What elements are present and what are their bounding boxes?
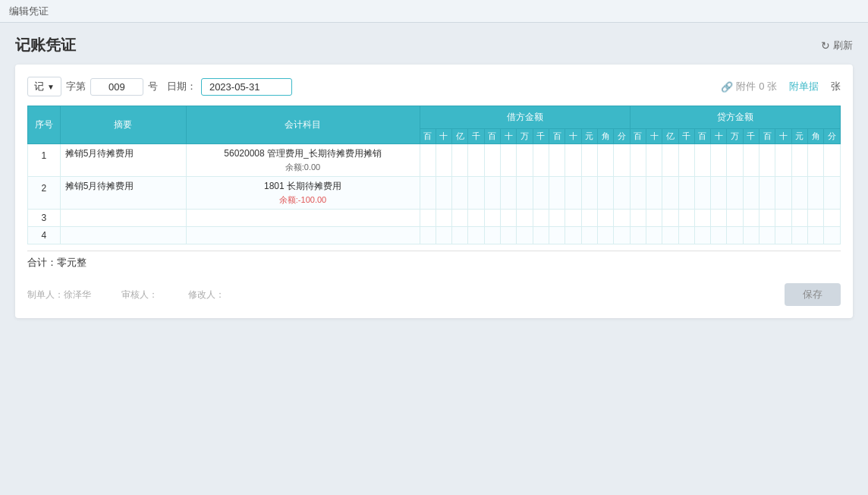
- account-cell[interactable]: 56020008 管理费用_长期待摊费用摊销余额:0.00: [186, 144, 420, 177]
- debit-amount-cell[interactable]: [533, 177, 549, 210]
- credit-amount-cell[interactable]: [743, 227, 759, 244]
- credit-amount-cell[interactable]: [662, 144, 678, 177]
- debit-amount-cell[interactable]: [452, 227, 468, 244]
- credit-amount-cell[interactable]: [824, 144, 841, 177]
- credit-amount-cell[interactable]: [743, 177, 759, 210]
- credit-amount-cell[interactable]: [662, 210, 678, 227]
- credit-amount-cell[interactable]: [824, 210, 841, 227]
- credit-amount-cell[interactable]: [662, 227, 678, 244]
- debit-amount-cell[interactable]: [420, 210, 436, 227]
- credit-amount-cell[interactable]: [727, 177, 743, 210]
- credit-amount-cell[interactable]: [743, 144, 759, 177]
- debit-amount-cell[interactable]: [533, 144, 549, 177]
- credit-amount-cell[interactable]: [760, 210, 775, 227]
- credit-amount-cell[interactable]: [646, 177, 662, 210]
- debit-amount-cell[interactable]: [614, 210, 630, 227]
- debit-amount-cell[interactable]: [420, 177, 436, 210]
- abstract-cell[interactable]: 摊销5月待摊费用: [60, 144, 186, 177]
- debit-amount-cell[interactable]: [565, 177, 581, 210]
- debit-amount-cell[interactable]: [468, 144, 484, 177]
- credit-amount-cell[interactable]: [808, 227, 824, 244]
- credit-amount-cell[interactable]: [711, 227, 727, 244]
- credit-amount-cell[interactable]: [711, 177, 727, 210]
- credit-amount-cell[interactable]: [760, 144, 775, 177]
- credit-amount-cell[interactable]: [678, 177, 694, 210]
- credit-amount-cell[interactable]: [824, 177, 841, 210]
- credit-amount-cell[interactable]: [646, 210, 662, 227]
- abstract-cell[interactable]: [60, 227, 186, 244]
- debit-amount-cell[interactable]: [484, 210, 500, 227]
- debit-amount-cell[interactable]: [614, 144, 630, 177]
- credit-amount-cell[interactable]: [775, 144, 791, 177]
- debit-amount-cell[interactable]: [597, 210, 613, 227]
- debit-amount-cell[interactable]: [501, 210, 517, 227]
- credit-amount-cell[interactable]: [727, 210, 743, 227]
- debit-amount-cell[interactable]: [436, 144, 451, 177]
- debit-amount-cell[interactable]: [597, 227, 613, 244]
- credit-amount-cell[interactable]: [775, 210, 791, 227]
- prefix-select[interactable]: 记 ▼: [27, 77, 61, 96]
- credit-amount-cell[interactable]: [630, 210, 646, 227]
- debit-amount-cell[interactable]: [614, 177, 630, 210]
- credit-amount-cell[interactable]: [775, 177, 791, 210]
- credit-amount-cell[interactable]: [630, 144, 646, 177]
- debit-amount-cell[interactable]: [597, 144, 613, 177]
- credit-amount-cell[interactable]: [775, 227, 791, 244]
- credit-amount-cell[interactable]: [694, 210, 710, 227]
- debit-amount-cell[interactable]: [581, 227, 597, 244]
- debit-amount-cell[interactable]: [436, 177, 451, 210]
- credit-amount-cell[interactable]: [808, 210, 824, 227]
- attachment-link[interactable]: 🔗 附件 0 张: [721, 80, 777, 93]
- debit-amount-cell[interactable]: [549, 227, 565, 244]
- debit-amount-cell[interactable]: [549, 177, 565, 210]
- abstract-cell[interactable]: [60, 210, 186, 227]
- credit-amount-cell[interactable]: [760, 227, 775, 244]
- debit-amount-cell[interactable]: [468, 227, 484, 244]
- save-button[interactable]: 保存: [785, 283, 841, 306]
- credit-amount-cell[interactable]: [760, 177, 775, 210]
- debit-amount-cell[interactable]: [549, 210, 565, 227]
- debit-amount-cell[interactable]: [565, 210, 581, 227]
- date-input[interactable]: [201, 78, 292, 96]
- credit-amount-cell[interactable]: [791, 177, 807, 210]
- credit-amount-cell[interactable]: [808, 177, 824, 210]
- debit-amount-cell[interactable]: [533, 227, 549, 244]
- debit-amount-cell[interactable]: [452, 210, 468, 227]
- credit-amount-cell[interactable]: [694, 177, 710, 210]
- attach-single-link[interactable]: 附单据: [789, 80, 819, 93]
- account-cell[interactable]: [186, 210, 420, 227]
- abstract-cell[interactable]: 摊销5月待摊费用: [60, 177, 186, 210]
- debit-amount-cell[interactable]: [517, 227, 533, 244]
- credit-amount-cell[interactable]: [727, 144, 743, 177]
- credit-amount-cell[interactable]: [694, 144, 710, 177]
- debit-amount-cell[interactable]: [597, 177, 613, 210]
- credit-amount-cell[interactable]: [694, 227, 710, 244]
- debit-amount-cell[interactable]: [549, 144, 565, 177]
- debit-amount-cell[interactable]: [436, 210, 451, 227]
- voucher-number-input[interactable]: [90, 78, 143, 96]
- debit-amount-cell[interactable]: [501, 144, 517, 177]
- debit-amount-cell[interactable]: [436, 227, 451, 244]
- credit-amount-cell[interactable]: [808, 144, 824, 177]
- credit-amount-cell[interactable]: [630, 227, 646, 244]
- debit-amount-cell[interactable]: [581, 177, 597, 210]
- credit-amount-cell[interactable]: [711, 210, 727, 227]
- debit-amount-cell[interactable]: [452, 144, 468, 177]
- debit-amount-cell[interactable]: [468, 177, 484, 210]
- debit-amount-cell[interactable]: [420, 227, 436, 244]
- credit-amount-cell[interactable]: [678, 227, 694, 244]
- credit-amount-cell[interactable]: [662, 177, 678, 210]
- debit-amount-cell[interactable]: [484, 227, 500, 244]
- debit-amount-cell[interactable]: [565, 144, 581, 177]
- debit-amount-cell[interactable]: [533, 210, 549, 227]
- credit-amount-cell[interactable]: [711, 144, 727, 177]
- credit-amount-cell[interactable]: [646, 227, 662, 244]
- credit-amount-cell[interactable]: [824, 227, 841, 244]
- debit-amount-cell[interactable]: [484, 144, 500, 177]
- credit-amount-cell[interactable]: [791, 227, 807, 244]
- credit-amount-cell[interactable]: [791, 210, 807, 227]
- account-cell[interactable]: 1801 长期待摊费用余额:-100.00: [186, 177, 420, 210]
- debit-amount-cell[interactable]: [452, 177, 468, 210]
- debit-amount-cell[interactable]: [420, 144, 436, 177]
- debit-amount-cell[interactable]: [581, 210, 597, 227]
